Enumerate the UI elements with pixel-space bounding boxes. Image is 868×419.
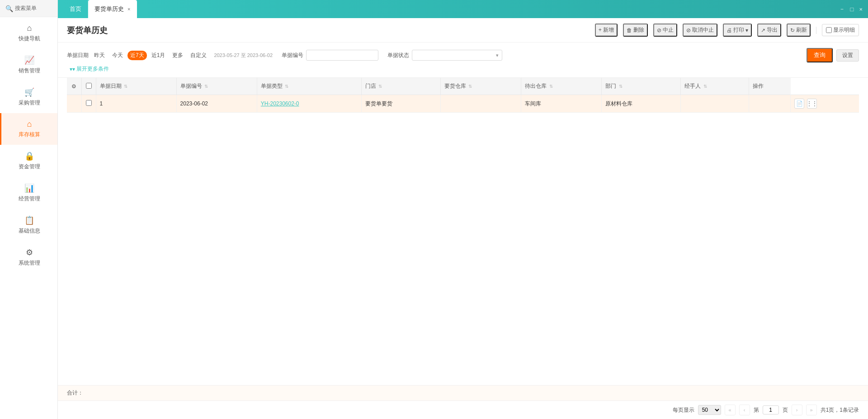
- sidebar-item-basic[interactable]: 📋 基础信息: [0, 209, 57, 241]
- sidebar-item-sales[interactable]: 📈 销售管理: [0, 49, 57, 81]
- home-icon: ⌂: [27, 24, 32, 33]
- print-dropdown-icon: ▾: [745, 27, 748, 33]
- expand-label: 展开更多条件: [76, 65, 109, 73]
- row-handler: [749, 95, 791, 113]
- shortcut-custom[interactable]: 自定义: [188, 51, 209, 60]
- sidebar-item-inventory[interactable]: ⌂ 库存核算: [0, 113, 57, 145]
- row-checkbox-cell: [81, 95, 96, 113]
- page-suffix: 页: [783, 406, 788, 414]
- page-input[interactable]: [763, 405, 779, 414]
- col-settings[interactable]: ⚙: [67, 78, 81, 95]
- cancel-stop-icon: ⊘: [686, 27, 691, 33]
- sidebar-item-purchase[interactable]: 🛒 采购管理: [0, 81, 57, 113]
- shortcut-today[interactable]: 今天: [109, 51, 126, 60]
- col-department[interactable]: 部门 ⇅: [602, 78, 681, 95]
- info-icon: 📋: [24, 215, 34, 225]
- doc-number-input[interactable]: [306, 50, 378, 61]
- topbar: 首页 要货单历史 × － □ ×: [58, 0, 868, 18]
- export-icon: ↗: [761, 27, 765, 33]
- row-req-warehouse: 车间库: [521, 95, 602, 113]
- sidebar-search[interactable]: 🔍 搜索菜单: [0, 0, 57, 17]
- col-date[interactable]: 单据日期 ⇅: [96, 78, 176, 95]
- print-button[interactable]: 🖨 打印 ▾: [723, 24, 752, 37]
- col-number[interactable]: 单据编号 ⇅: [176, 78, 257, 95]
- cancel-stop-button[interactable]: ⊘ 取消中止: [683, 24, 717, 37]
- row-pending-warehouse: 原材料仓库: [602, 95, 681, 113]
- tab-home[interactable]: 首页: [63, 0, 88, 18]
- col-pending-warehouse[interactable]: 待出仓库 ⇅: [521, 78, 602, 95]
- sort-date-icon: ⇅: [124, 84, 127, 89]
- new-button[interactable]: + 新增: [595, 24, 618, 37]
- tab-requisition-history[interactable]: 要货单历史 ×: [88, 0, 137, 18]
- shortcut-1month[interactable]: 近1月: [149, 51, 168, 60]
- row-type: 要货单要货: [362, 95, 441, 113]
- col-type[interactable]: 单据类型 ⇅: [257, 78, 361, 95]
- refresh-icon: ↻: [790, 27, 795, 33]
- shortcut-7days[interactable]: 近7天: [127, 51, 147, 60]
- expand-button[interactable]: ▾▾ 展开更多条件: [67, 64, 859, 74]
- row-settings: [67, 95, 81, 113]
- prev-page-button[interactable]: ‹: [739, 405, 750, 415]
- inventory-icon: ⌂: [27, 119, 32, 129]
- sidebar-item-quick-nav[interactable]: ⌂ 快捷导航: [0, 17, 57, 49]
- status-filter-group: 单据状态: [387, 50, 502, 61]
- close-button[interactable]: ×: [859, 6, 863, 13]
- col-checkbox: [81, 78, 96, 95]
- main-area: 首页 要货单历史 × － □ × 要货单历史 + 新增 🗑 删除 ⊘ 中: [58, 0, 868, 419]
- date-range-text: 2023-05-27 至 2023-06-02: [214, 52, 273, 59]
- date-filter-group: 单据日期 昨天 今天 近7天 近1月 更多 自定义 2023-05-27 至 2…: [67, 51, 273, 60]
- tab-close-icon[interactable]: ×: [127, 6, 130, 12]
- settings-button[interactable]: 设置: [836, 49, 859, 62]
- content-area: 要货单历史 + 新增 🗑 删除 ⊘ 中止 ⊘ 取消中止 🖨 打印: [58, 18, 868, 419]
- cart-icon: 🛒: [24, 87, 34, 97]
- filter-row-1: 单据日期 昨天 今天 近7天 近1月 更多 自定义 2023-05-27 至 2…: [67, 48, 859, 62]
- table-row: 1 2023-06-02 YH-20230602-0 要货单要货 车间库 原材料…: [67, 95, 859, 113]
- col-req-warehouse[interactable]: 要货仓库 ⇅: [441, 78, 521, 95]
- page-label: 第: [754, 406, 759, 414]
- row-edit-button[interactable]: 📄: [794, 99, 804, 109]
- stop-button[interactable]: ⊘ 中止: [653, 24, 677, 37]
- maximize-button[interactable]: □: [850, 6, 854, 13]
- query-button[interactable]: 查询: [807, 48, 833, 62]
- sidebar-item-system[interactable]: ⚙ 系统管理: [0, 241, 57, 273]
- pagination: 每页显示 20 50 100 « ‹ 第 页 › » 共1页，1条记录: [58, 400, 868, 419]
- first-page-button[interactable]: «: [725, 405, 736, 415]
- sidebar-search-label: 搜索菜单: [15, 5, 37, 12]
- delete-button[interactable]: 🗑 删除: [623, 24, 648, 37]
- col-handler[interactable]: 经手人 ⇅: [681, 78, 749, 95]
- sidebar-item-label: 销售管理: [19, 67, 40, 75]
- status-select-wrapper: [412, 50, 502, 61]
- export-button[interactable]: ↗ 导出: [757, 24, 781, 37]
- sidebar-item-operation[interactable]: 📊 经营管理: [0, 177, 57, 209]
- per-page-select[interactable]: 20 50 100: [698, 405, 721, 415]
- col-store[interactable]: 门店 ⇅: [362, 78, 441, 95]
- delete-icon: 🗑: [627, 27, 632, 33]
- row-checkbox[interactable]: [86, 100, 92, 106]
- row-number: YH-20230602-0: [257, 95, 361, 113]
- last-page-button[interactable]: »: [806, 405, 817, 415]
- display-detail-checkbox[interactable]: 显示明细: [822, 24, 859, 36]
- sidebar-item-label: 采购管理: [19, 99, 40, 107]
- table-body: 1 2023-06-02 YH-20230602-0 要货单要货 车间库 原材料…: [67, 95, 859, 113]
- col-action: 操作: [749, 78, 791, 95]
- shortcut-more[interactable]: 更多: [170, 51, 186, 60]
- refresh-button[interactable]: ↻ 刷新: [787, 24, 811, 37]
- sidebar-item-finance[interactable]: 🔒 资金管理: [0, 145, 57, 177]
- minimize-button[interactable]: －: [839, 5, 845, 13]
- topbar-right: － □ ×: [839, 5, 863, 13]
- doc-number-link[interactable]: YH-20230602-0: [261, 100, 299, 107]
- stop-icon: ⊘: [657, 27, 661, 33]
- next-page-button[interactable]: ›: [792, 405, 802, 415]
- sort-store-icon: ⇅: [378, 84, 382, 89]
- shortcut-yesterday[interactable]: 昨天: [91, 51, 108, 60]
- status-label: 单据状态: [387, 52, 409, 59]
- toolbar-divider: [816, 27, 816, 34]
- table-header: ⚙ 单据日期 ⇅ 单据编号 ⇅ 单据类型: [67, 78, 859, 95]
- row-more-button[interactable]: ⋮⋮: [807, 99, 817, 109]
- display-detail-input[interactable]: [826, 27, 832, 33]
- select-all-checkbox[interactable]: [86, 83, 92, 89]
- chart-icon: 📈: [24, 55, 34, 65]
- sort-handler-icon: ⇅: [703, 84, 707, 89]
- status-select[interactable]: [412, 50, 502, 61]
- filter-bar: 单据日期 昨天 今天 近7天 近1月 更多 自定义 2023-05-27 至 2…: [58, 43, 868, 78]
